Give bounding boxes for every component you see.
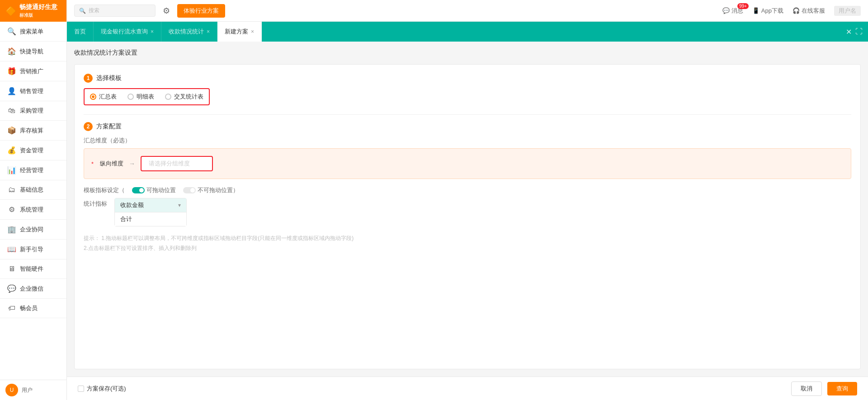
sidebar-item-label: 智能硬件 — [20, 265, 43, 273]
dimension-area: * 纵向维度 → 请选择分组维度 — [84, 148, 851, 179]
tab-new-plan[interactable]: 新建方案 × — [217, 22, 262, 42]
sidebar-item-basic-info[interactable]: 🗂 基础信息 — [0, 180, 66, 200]
sidebar-item-label: 经营管理 — [20, 166, 43, 174]
online-service-link[interactable]: 🎧 在线客服 — [793, 7, 825, 15]
sidebar-item-quick-nav[interactable]: 🏠 快捷导航 — [0, 42, 66, 61]
tab-receipt-stat[interactable]: 收款情况统计 × — [161, 22, 217, 42]
movable-toggle — [132, 187, 145, 193]
sidebar-item-label: 基础信息 — [20, 186, 43, 194]
user-name: 用户名 — [834, 6, 861, 16]
tab-bank-query-label: 现金银行流水查询 — [101, 28, 148, 36]
stat-area-label: 统计指标 — [84, 198, 107, 208]
page-content: 收款情况统计方案设置 1 选择模板 汇总表 明细 — [67, 42, 868, 376]
sidebar-item-enterprise[interactable]: 🏢 企业协同 — [0, 220, 66, 240]
chat-icon: 💬 — [7, 284, 16, 293]
sidebar-item-label: 营销推广 — [20, 67, 43, 75]
trial-button[interactable]: 体验行业方案 — [177, 4, 225, 18]
sidebar-item-label: 系统管理 — [20, 206, 43, 214]
brand-name: 畅捷通好生意 — [19, 3, 57, 11]
header-right: 💬 消息 99+ 📱 App下载 🎧 在线客服 用户名 — [722, 6, 861, 16]
radio-detail[interactable]: 明细表 — [127, 93, 154, 101]
sidebar-item-inventory[interactable]: 📦 库存核算 — [0, 121, 66, 141]
tab-bar: 首页 现金银行流水查询 × 收款情况统计 × 新建方案 × ✕ ⛶ — [67, 22, 868, 42]
cancel-button[interactable]: 取消 — [791, 381, 822, 396]
sidebar-item-operations[interactable]: 📊 经营管理 — [0, 160, 66, 180]
brand-logo: 🔶 畅捷通好生意 标准版 — [0, 0, 66, 22]
headset-icon: 🎧 — [793, 7, 800, 14]
tab-close-all-icon[interactable]: ✕ — [846, 28, 852, 36]
sidebar-item-label: 采购管理 — [20, 107, 43, 115]
tab-bank-query[interactable]: 现金银行流水查询 × — [94, 22, 161, 42]
radio-dot-detail — [127, 94, 134, 100]
sidebar-item-search-menu[interactable]: 🔍 搜索菜单 — [0, 22, 66, 42]
bottom-bar: 方案保存(可选) 取消 查询 — [67, 376, 868, 400]
sidebar-item-label: 销售管理 — [20, 87, 43, 95]
sidebar-item-weixin[interactable]: 💬 企业微信 — [0, 279, 66, 299]
step2-number: 2 — [84, 122, 93, 131]
step1-header: 1 选择模板 — [84, 74, 851, 83]
tab-home[interactable]: 首页 — [67, 22, 94, 42]
radio-summary-label: 汇总表 — [99, 93, 117, 101]
step2-section: 2 方案配置 汇总维度（必选） * 纵向维度 → 请选择分组维度 模板指标设定（ — [84, 122, 851, 253]
sidebar-item-label: 畅会员 — [20, 304, 38, 312]
radio-detail-label: 明细表 — [137, 93, 154, 101]
group-dimension-selector[interactable]: 请选择分组维度 — [141, 156, 213, 171]
app-download-link[interactable]: 📱 App下载 — [752, 7, 783, 15]
radio-summary[interactable]: 汇总表 — [90, 93, 117, 101]
unmovable-toggle — [183, 187, 196, 193]
arrow-icon: → — [129, 160, 135, 167]
sidebar-item-label: 库存核算 — [20, 127, 43, 135]
sidebar-item-hardware[interactable]: 🖥 智能硬件 — [0, 259, 66, 279]
sidebar-item-member[interactable]: 🏷 畅会员 — [0, 299, 66, 318]
sidebar-item-purchase[interactable]: 🛍 采购管理 — [0, 101, 66, 121]
sidebar-item-marketing[interactable]: 🎁 营销推广 — [0, 61, 66, 81]
indicator-col-name: 收款金额 — [120, 201, 144, 209]
radio-cross[interactable]: 交叉统计表 — [165, 93, 203, 101]
sidebar-item-label: 新手引导 — [20, 245, 43, 254]
vertical-dimension-label: 纵向维度 — [100, 160, 123, 168]
indicator-section: 模板指标设定（ 可拖动位置 不可拖动位置） 统计指标 — [84, 186, 851, 226]
sidebar-item-system[interactable]: ⚙ 系统管理 — [0, 200, 66, 220]
logo-icon: 🔶 — [5, 5, 17, 16]
app-download-label: App下载 — [761, 7, 783, 15]
col-dropdown-arrow[interactable]: ▾ — [178, 202, 181, 208]
query-button[interactable]: 查询 — [827, 382, 857, 395]
notification-link[interactable]: 💬 消息 99+ — [722, 7, 743, 15]
sidebar-item-label: 搜索菜单 — [20, 28, 43, 36]
avatar: U — [5, 384, 18, 396]
step2-title: 方案配置 — [96, 122, 122, 131]
tab-bank-query-close[interactable]: × — [151, 28, 154, 35]
book-icon: 📖 — [7, 245, 16, 254]
brand-badge: 标准版 — [19, 12, 57, 19]
top-header: 🔍 搜索 ⚙ 体验行业方案 💬 消息 99+ 📱 App下载 🎧 在线客服 用户… — [67, 0, 868, 22]
sidebar-item-sales[interactable]: 👤 销售管理 — [0, 81, 66, 101]
search-bar[interactable]: 🔍 搜索 — [74, 5, 156, 17]
computer-icon: 🖥 — [7, 265, 16, 273]
save-checkbox[interactable] — [78, 386, 84, 392]
sidebar-item-label: 企业微信 — [20, 285, 43, 293]
sidebar: 🔶 畅捷通好生意 标准版 🔍 搜索菜单 🏠 快捷导航 🎁 营销推广 👤 销售管理… — [0, 0, 67, 400]
sidebar-bottom: U 用户 — [0, 380, 66, 400]
user-icon: 👤 — [7, 87, 16, 95]
indicator-settings-label: 模板指标设定（ — [84, 186, 125, 194]
tab-new-plan-close[interactable]: × — [251, 28, 254, 35]
tab-home-label: 首页 — [74, 28, 86, 36]
sidebar-item-finance[interactable]: 💰 资金管理 — [0, 141, 66, 160]
tab-bar-right: ✕ ⛶ — [846, 28, 868, 36]
box-icon: 📦 — [7, 126, 16, 135]
step1-title: 选择模板 — [96, 74, 122, 82]
tab-fullscreen-icon[interactable]: ⛶ — [855, 28, 863, 36]
chart-icon: 📊 — [7, 166, 16, 174]
sidebar-item-label: 资金管理 — [20, 146, 43, 155]
app-icon: 📱 — [752, 7, 760, 14]
radio-cross-label: 交叉统计表 — [174, 93, 203, 101]
template-select-group: 汇总表 明细表 交叉统计表 — [84, 88, 210, 105]
tab-receipt-stat-label: 收款情况统计 — [169, 28, 204, 36]
tab-receipt-stat-close[interactable]: × — [207, 28, 210, 35]
dimension-row: * 纵向维度 → 请选择分组维度 — [91, 156, 844, 171]
settings-icon[interactable]: ⚙ — [163, 6, 170, 16]
indicator-col-header[interactable]: 收款金额 ▾ — [115, 198, 186, 212]
indicator-col-sub: 合计 — [115, 212, 186, 226]
sidebar-item-guide[interactable]: 📖 新手引导 — [0, 240, 66, 259]
tag-icon: 🏷 — [7, 304, 16, 312]
